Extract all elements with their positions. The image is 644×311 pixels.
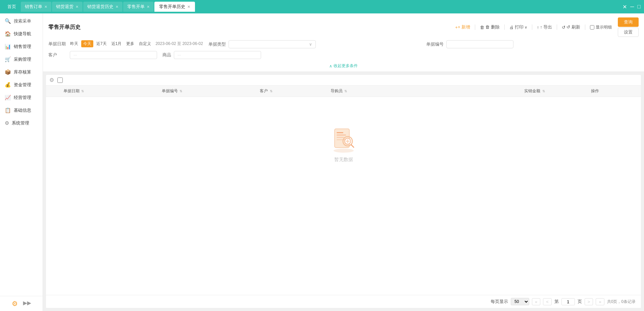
show-detail-checkbox[interactable]	[590, 25, 594, 30]
collapse-sidebar-button[interactable]: ◀◀	[23, 301, 31, 307]
finance-icon: 💰	[5, 82, 11, 88]
sort-salesperson-icon: ⇅	[344, 89, 347, 93]
sort-customer-icon: ⇅	[270, 89, 273, 93]
sidebar-item-purchase-mgmt[interactable]: 🛒 采购管理	[0, 53, 43, 66]
home-tab[interactable]: 首页	[3, 2, 20, 12]
sys-mgmt-icon: ⚙	[5, 120, 9, 126]
search-icon: 🔍	[5, 18, 11, 24]
date-range: 2023-06-02 至 2023-06-02	[155, 41, 203, 47]
svg-point-0	[334, 149, 354, 153]
per-page-label: 每页显示	[491, 299, 508, 305]
tab-retail-history[interactable]: 零售开单历史 ✕	[154, 2, 195, 12]
svg-rect-2	[337, 132, 343, 133]
prev-page-button[interactable]: <	[543, 298, 552, 305]
delete-icon: 🗑	[480, 25, 484, 30]
sidebar-item-basic-info[interactable]: 📋 基础信息	[0, 104, 43, 117]
set-button[interactable]: 设置	[618, 28, 639, 37]
purchase-icon: 🛒	[5, 56, 11, 62]
print-button[interactable]: 🖨 打印 ∨	[509, 24, 527, 30]
customer-input[interactable]: ···	[70, 51, 157, 59]
first-page-button[interactable]: «	[532, 298, 540, 305]
date-btn-7days[interactable]: 近7天	[95, 40, 108, 47]
svg-rect-4	[337, 137, 344, 138]
export-icon: ↑	[537, 25, 539, 30]
window-max-icon[interactable]: □	[637, 4, 641, 10]
tab-sales-return[interactable]: 销货退货 ✕	[52, 2, 83, 12]
col-date[interactable]: 单据日期 ⇅	[59, 86, 158, 97]
tab-retail-open[interactable]: 零售开单 ✕	[123, 2, 154, 12]
tab-sales-return-history[interactable]: 销货退货历史 ✕	[83, 2, 122, 12]
tab-sales-order[interactable]: 销售订单 ✕	[21, 2, 51, 12]
date-label: 单据日期	[48, 41, 66, 47]
goods-label: 商品	[162, 52, 171, 58]
empty-text: 暂无数据	[334, 157, 353, 163]
refresh-button[interactable]: ↺ ↺ 刷新	[562, 24, 580, 30]
print-arrow-icon: ∨	[525, 25, 527, 30]
date-btn-today[interactable]: 今天	[81, 40, 93, 47]
inventory-icon: 📦	[5, 69, 11, 75]
close-icon[interactable]: ✕	[187, 5, 190, 9]
close-icon[interactable]: ✕	[76, 5, 79, 9]
date-btn-more[interactable]: 更多	[125, 40, 136, 47]
sidebar-item-quick-nav[interactable]: 🏠 快捷导航	[0, 28, 43, 40]
sidebar-item-operation[interactable]: 📈 经营管理	[0, 91, 43, 104]
sidebar-item-finance[interactable]: 💰 资金管理	[0, 79, 43, 91]
page-suffix: 页	[578, 299, 582, 305]
print-icon: 🖨	[509, 25, 514, 30]
date-btn-yesterday[interactable]: 昨天	[68, 40, 80, 47]
next-page-button[interactable]: >	[585, 298, 593, 305]
table-settings-icon[interactable]: ⚙	[49, 77, 54, 83]
collapse-icon: ∧	[329, 64, 332, 68]
svg-rect-3	[337, 135, 346, 136]
sidebar-search[interactable]: 🔍 搜索采单	[0, 15, 43, 28]
sort-amount-icon: ⇅	[542, 89, 545, 93]
close-icon[interactable]: ✕	[147, 5, 150, 9]
col-salesperson[interactable]: 导购员 ⇅	[327, 86, 411, 97]
total-info: 共0页，0条记录	[607, 299, 636, 305]
home-icon: 🏠	[5, 31, 11, 37]
col-action: 操作	[549, 86, 641, 97]
sales-icon: 📊	[5, 44, 11, 50]
empty-illustration	[329, 124, 359, 154]
sort-num-icon: ⇅	[180, 89, 182, 93]
add-button[interactable]: + + 新增	[455, 24, 470, 30]
page-input[interactable]	[561, 298, 575, 305]
svg-line-8	[351, 145, 354, 147]
add-icon: +	[455, 25, 458, 30]
doc-num-input[interactable]	[446, 40, 513, 48]
select-all-checkbox[interactable]	[57, 77, 63, 83]
col-num[interactable]: 单据编号 ⇅	[158, 86, 256, 97]
page-title: 零售开单历史	[48, 24, 81, 31]
collapse-more-btn[interactable]: ∧ 收起更多条件	[48, 62, 639, 71]
query-button[interactable]: 查询	[618, 17, 639, 27]
sidebar-item-inventory[interactable]: 📦 库存核算	[0, 66, 43, 79]
gear-button[interactable]: ⚙	[12, 300, 18, 308]
col-customer[interactable]: 客户 ⇅	[256, 86, 326, 97]
date-btn-custom[interactable]: 自定义	[137, 40, 153, 47]
close-icon[interactable]: ✕	[44, 5, 47, 9]
col-amount[interactable]: 实销金额 ⇅	[411, 86, 549, 97]
delete-button[interactable]: 🗑 🗑 删除	[480, 24, 500, 30]
goods-input[interactable]: ···	[174, 51, 261, 59]
window-min-icon[interactable]: ─	[630, 4, 634, 10]
basic-info-icon: 📋	[5, 107, 11, 113]
page-label: 第	[554, 299, 559, 305]
sidebar-item-sales-mgmt[interactable]: 📊 销售管理	[0, 40, 43, 53]
type-dropdown-icon: ∨	[309, 42, 312, 47]
per-page-select[interactable]: 10 20 50 100	[511, 298, 529, 305]
date-btn-1month[interactable]: 近1月	[110, 40, 123, 47]
export-button[interactable]: ↑ ↑ 导出	[537, 24, 552, 30]
sidebar-item-sys-mgmt[interactable]: ⚙ 系统管理	[0, 117, 43, 129]
last-page-button[interactable]: »	[596, 298, 604, 305]
doc-num-label: 单据编号	[426, 41, 444, 47]
svg-rect-5	[337, 139, 345, 140]
type-label: 单据类型	[208, 41, 226, 47]
show-detail-label: 显示明细	[590, 24, 612, 30]
window-close-icon[interactable]: ✕	[623, 4, 627, 10]
customer-label: 客户	[48, 52, 67, 58]
sort-date-icon: ⇅	[81, 89, 84, 93]
operation-icon: 📈	[5, 95, 11, 101]
type-select[interactable]: ∨	[229, 40, 316, 48]
close-icon[interactable]: ✕	[115, 5, 118, 9]
empty-state: 暂无数据	[46, 97, 641, 190]
